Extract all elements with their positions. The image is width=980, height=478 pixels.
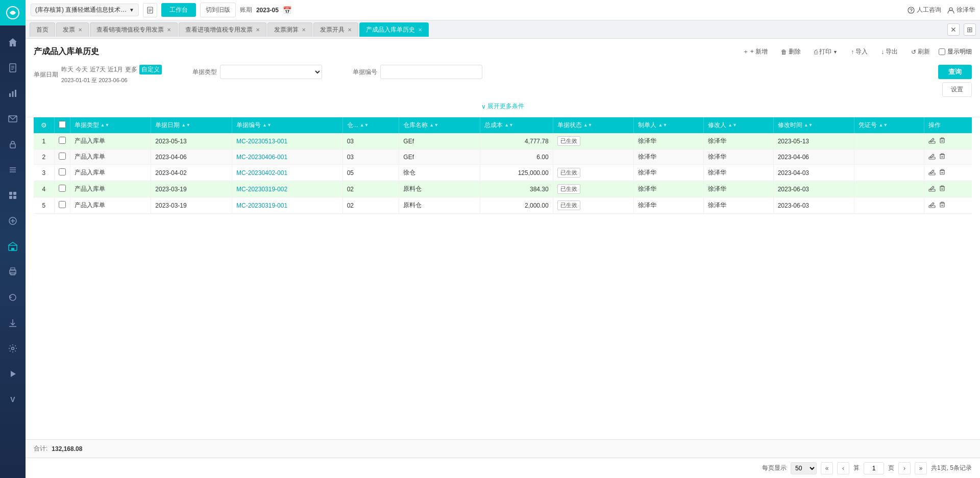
settings-cog-icon[interactable]: ⚙ [41,121,47,129]
tab-product-history[interactable]: 产成品入库单历史 ✕ [359,22,429,37]
row-doc-number[interactable]: MC-20230513-001 [232,133,343,149]
date-link-more[interactable]: 更多 [125,65,137,74]
row-delete-icon[interactable] [939,185,946,193]
filter-doctype-select[interactable] [220,65,322,79]
last-page-button[interactable]: » [915,462,927,474]
app-logo[interactable] [0,0,26,26]
export-button[interactable]: ↓ 导出 [876,45,902,59]
tab-calc-close[interactable]: ✕ [302,27,306,33]
sort-warehouse-name[interactable]: 仓库名称 ▲▼ [403,121,476,130]
row-checkbox[interactable] [59,168,66,175]
tab-check-purchase[interactable]: 查看进项增值税专用发票 ✕ [179,22,266,37]
row-checkbox[interactable] [59,201,66,208]
refresh-button[interactable]: ↺ 刷新 [906,45,935,59]
row-delete-icon[interactable] [939,137,946,145]
sort-voucher[interactable]: 凭证号 ▲▼ [859,121,920,130]
show-detail-checkbox[interactable] [939,48,945,55]
tab-home[interactable]: 首页 [30,22,55,37]
sidebar-item-chart[interactable] [0,81,26,106]
sort-doc-type[interactable]: 单据类型 ▲▼ [75,121,147,130]
doc-icon[interactable] [143,3,157,17]
sort-creator[interactable]: 制单人 ▲▼ [638,121,699,130]
page-number-input[interactable] [864,462,884,474]
sort-doc-date[interactable]: 单据日期 ▲▼ [155,121,228,130]
print-button[interactable]: ⎙ 打印 ▼ [810,45,842,59]
sidebar-item-download[interactable] [0,310,26,336]
tab-invoice-close[interactable]: ✕ [78,27,82,33]
row-edit-icon[interactable] [928,153,936,161]
delete-button[interactable]: 🗑 删除 [776,45,805,59]
workbench-button[interactable]: 工作台 [161,3,196,17]
first-page-button[interactable]: « [821,462,833,474]
date-link-7days[interactable]: 近7天 [90,65,106,74]
doc-number-link[interactable]: MC-20230513-001 [236,138,287,145]
sidebar-item-tag[interactable] [0,208,26,234]
sidebar-item-settings[interactable] [0,336,26,361]
sidebar-item-lock[interactable] [0,132,26,157]
switch-version-button[interactable]: 切到旧版 [200,3,236,17]
row-doc-number[interactable]: MC-20230406-001 [232,149,343,165]
tab-check-purchase-close[interactable]: ✕ [256,27,260,33]
row-doc-number[interactable]: MC-20230319-001 [232,197,343,214]
company-selector[interactable]: (库存核算) 直播轻燃通信息技术股份... ▼ [31,4,139,16]
date-link-yesterday[interactable]: 昨天 [61,65,74,74]
date-link-today[interactable]: 今天 [76,65,88,74]
sidebar-item-list[interactable] [0,157,26,183]
sidebar-item-version[interactable]: V [0,387,26,412]
sidebar-item-home[interactable] [0,30,26,55]
tab-product-history-close[interactable]: ✕ [418,27,422,33]
import-button[interactable]: ↑ 导入 [846,45,872,59]
sidebar-item-print[interactable] [0,259,26,285]
row-delete-icon[interactable] [939,153,946,161]
row-checkbox[interactable] [59,137,66,144]
sidebar-item-play[interactable] [0,361,26,387]
tab-maximize-button[interactable]: ⊞ [964,23,976,36]
tab-check-sales-close[interactable]: ✕ [167,27,171,33]
calendar-icon[interactable]: 📅 [283,6,291,14]
next-page-button[interactable]: › [898,462,911,474]
new-button[interactable]: ＋ + 新增 [738,45,772,59]
row-delete-icon[interactable] [939,201,946,210]
sort-doc-status[interactable]: 单据状态 ▲▼ [557,121,630,130]
row-doc-number[interactable]: MC-20230319-002 [232,181,343,197]
date-link-custom[interactable]: 自定义 [139,65,162,74]
row-edit-icon[interactable] [928,201,936,210]
sort-warehouse-code[interactable]: 仓... ▲▼ [347,121,395,130]
user-avatar[interactable]: 徐泽华 [947,6,975,14]
set-button[interactable]: 设置 [942,82,972,97]
row-edit-icon[interactable] [928,137,936,145]
doc-number-link[interactable]: MC-20230319-002 [236,186,287,193]
select-all-checkbox[interactable] [59,121,66,128]
doc-number-link[interactable]: MC-20230402-001 [236,169,287,177]
tab-invoice[interactable]: 发票 ✕ [56,22,89,37]
tab-open-invoice-close[interactable]: ✕ [348,27,352,33]
sidebar-item-refresh[interactable] [0,285,26,310]
tab-check-sales[interactable]: 查看销项增值税专用发票 ✕ [90,22,178,37]
row-checkbox[interactable] [59,153,66,160]
row-delete-icon[interactable] [939,168,946,177]
show-detail-label[interactable]: 显示明细 [939,47,972,56]
doc-number-link[interactable]: MC-20230406-001 [236,154,287,161]
row-edit-icon[interactable] [928,185,936,193]
doc-number-link[interactable]: MC-20230319-001 [236,202,287,209]
user-service[interactable]: 人工咨询 [908,6,941,14]
sidebar-item-grid[interactable] [0,183,26,208]
tab-minimize-button[interactable]: ✕ [947,23,960,36]
sidebar-item-warehouse[interactable] [0,234,26,259]
sort-modifier[interactable]: 修改人 ▲▼ [708,121,769,130]
tab-open-invoice[interactable]: 发票开具 ✕ [313,22,358,37]
sort-modify-time[interactable]: 修改时间 ▲▼ [778,121,850,130]
sort-doc-number[interactable]: 单据编号 ▲▼ [236,121,338,130]
prev-page-button[interactable]: ‹ [837,462,849,474]
row-edit-icon[interactable] [928,168,936,177]
per-page-select[interactable]: 50 100 200 [791,462,817,474]
tab-calc[interactable]: 发票测算 ✕ [267,22,312,37]
search-button[interactable]: 查询 [938,65,972,79]
row-checkbox[interactable] [59,185,66,192]
sidebar-item-message[interactable] [0,106,26,132]
sidebar-item-docs[interactable] [0,55,26,81]
date-link-1month[interactable]: 近1月 [108,65,124,74]
expand-conditions-button[interactable]: ∨ 展开更多条件 [481,102,524,111]
sort-total-cost[interactable]: 总成本 ▲▼ [484,121,549,130]
row-doc-number[interactable]: MC-20230402-001 [232,165,343,181]
